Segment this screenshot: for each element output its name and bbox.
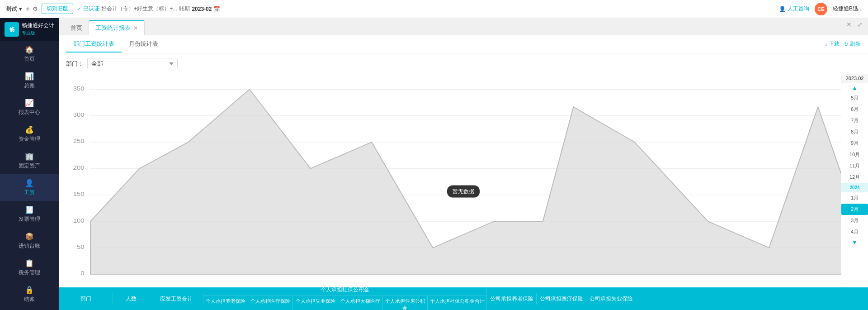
main-layout: 畅 畅捷通好会计 专业版 🏠 首页 📊 总账 📈 报表中心 💰 资金管理 xyxy=(0,18,868,310)
close-window-button[interactable]: ✕ xyxy=(844,20,854,29)
refresh-button[interactable]: ↻ 刷新 xyxy=(844,40,861,48)
avatar: CE xyxy=(815,3,827,15)
date-panel-header: 2023.02 xyxy=(841,74,868,83)
tab-home-label: 首页 xyxy=(71,24,82,32)
tax-icon: 📋 xyxy=(25,259,34,267)
col-company-medical: 公司承担医疗保险 xyxy=(537,293,586,305)
support-label: 人工咨询 xyxy=(788,5,809,13)
month-item-2024-1[interactable]: 1月 xyxy=(841,192,868,204)
svg-text:100: 100 xyxy=(73,217,85,224)
sub-tab-dept[interactable]: 部门工资统计表 xyxy=(66,36,122,52)
month-item-9[interactable]: 9月 xyxy=(841,138,868,149)
month-item-2024-4[interactable]: 4月 xyxy=(841,226,868,238)
col-group-personal: 个人承担社保公积金 个人承担养老保险 个人承担医疗保险 个人承担失业保险 个人承… xyxy=(203,284,487,310)
month-item-5[interactable]: 5月 xyxy=(841,92,868,104)
calendar-icon[interactable]: 📅 xyxy=(213,6,220,12)
month-item-12[interactable]: 12月 xyxy=(841,172,868,183)
close-books-icon: 🔒 xyxy=(25,286,34,294)
svg-text:150: 150 xyxy=(73,191,85,197)
sub-tab-actions: ↓ 下载 ↻ 刷新 xyxy=(825,40,861,48)
header-icons: + ⚙ xyxy=(26,5,38,13)
nav-label-salary: 工资 xyxy=(24,189,35,196)
support-button[interactable]: 👤 人工咨询 xyxy=(779,5,809,13)
month-item-6[interactable]: 6月 xyxy=(841,104,868,115)
settings-icon[interactable]: ⚙ xyxy=(33,5,38,12)
home-icon: 🏠 xyxy=(25,45,34,54)
nav-label-sales: 进销台账 xyxy=(19,242,40,250)
sidebar-item-funds[interactable]: 💰 资金管理 xyxy=(0,121,59,148)
department-select[interactable]: 全部 xyxy=(87,58,178,69)
assets-icon: 🏢 xyxy=(25,152,34,161)
tags-text: 好会计（专）+好生意（标）+... xyxy=(101,5,177,13)
add-icon[interactable]: + xyxy=(26,5,30,13)
sidebar-item-sales[interactable]: 📦 进销台账 xyxy=(0,228,59,254)
header-right: 👤 人工咨询 CE 轻捷通B迅... xyxy=(779,3,863,15)
reports-icon: 📈 xyxy=(25,99,34,107)
salary-chart: 350 300 250 200 150 100 50 0 xyxy=(66,78,861,287)
refresh-label: 刷新 xyxy=(850,40,861,48)
nav-label-tax: 税务管理 xyxy=(19,269,40,277)
filter-bar: 部门： 全部 xyxy=(59,53,868,74)
window-controls: ✕ ⤢ xyxy=(841,18,868,31)
sidebar-item-assets[interactable]: 🏢 固定资产 xyxy=(0,148,59,174)
sidebar-nav: 🏠 首页 📊 总账 📈 报表中心 💰 资金管理 🏢 固定资产 👤 工资 xyxy=(0,41,59,310)
content-area: 首页 工资统计报表 ✕ 部门工资统计表 月份统计表 ↓ 下载 xyxy=(59,18,868,310)
tab-salary-label: 工资统计报表 xyxy=(95,24,131,32)
tab-home[interactable]: 首页 xyxy=(64,21,89,35)
date-panel: 2023.02 ▲ 5月 6月 7月 8月 9月 10月 11月 12月 202… xyxy=(841,74,868,287)
col-personal-major-medical: 个人承担大额医疗 xyxy=(338,296,383,310)
nav-label-home: 首页 xyxy=(24,55,35,63)
company-selector[interactable]: 测试 ▾ xyxy=(5,5,22,13)
sidebar-item-tax[interactable]: 📋 税务管理 xyxy=(0,254,59,281)
invoice-icon: 🧾 xyxy=(25,205,34,214)
month-item-2024-3[interactable]: 3月 xyxy=(841,215,868,226)
tab-close-icon[interactable]: ✕ xyxy=(133,25,138,31)
nav-label-assets: 固定资产 xyxy=(19,162,40,170)
certified-text: 已认证 xyxy=(83,5,99,13)
sidebar-item-archive[interactable]: 📁 归档管理 xyxy=(0,308,59,310)
svg-text:300: 300 xyxy=(73,111,85,118)
month-item-11[interactable]: 11月 xyxy=(841,160,868,172)
month-item-2024-2[interactable]: 2月 xyxy=(841,204,868,215)
date-panel-up[interactable]: ▲ xyxy=(851,83,859,92)
sidebar-item-reports[interactable]: 📈 报表中心 xyxy=(0,94,59,121)
sidebar-item-ledger[interactable]: 📊 总账 xyxy=(0,67,59,94)
month-item-10[interactable]: 10月 xyxy=(841,149,868,160)
period-value: 2023-02 xyxy=(192,6,212,12)
sidebar-item-salary[interactable]: 👤 工资 xyxy=(0,174,59,201)
inner-content: 部门工资统计表 月份统计表 ↓ 下载 ↻ 刷新 xyxy=(59,35,868,310)
nav-label-reports: 报表中心 xyxy=(19,109,40,116)
month-item-8[interactable]: 8月 xyxy=(841,126,868,138)
month-item-7[interactable]: 7月 xyxy=(841,115,868,126)
sidebar-item-home[interactable]: 🏠 首页 xyxy=(0,41,59,67)
tab-salary-report[interactable]: 工资统计报表 ✕ xyxy=(89,20,145,35)
certified-icon: ✓ xyxy=(77,6,81,12)
maximize-window-button[interactable]: ⤢ xyxy=(855,20,864,29)
header-tags: ✓ 已认证 好会计（专）+好生意（标）+... 账期 2023-02 📅 xyxy=(77,5,220,13)
sub-tab-monthly[interactable]: 月份统计表 xyxy=(122,36,165,52)
download-icon: ↓ xyxy=(825,41,827,48)
svg-text:350: 350 xyxy=(73,85,85,91)
logo-icon: 畅 xyxy=(5,22,19,37)
support-icon: 👤 xyxy=(779,6,786,12)
date-panel-down[interactable]: ▼ xyxy=(851,238,859,247)
sidebar-item-invoice[interactable]: 🧾 发票管理 xyxy=(0,201,59,228)
user-name[interactable]: 轻捷通B迅... xyxy=(833,5,863,13)
sidebar-item-close[interactable]: 🔒 结账 xyxy=(0,281,59,308)
header-left: 测试 ▾ + ⚙ 切到旧版 ✓ 已认证 好会计（专）+好生意（标）+... 账期… xyxy=(5,4,779,14)
col-company-medical-label: 公司承担医疗保险 xyxy=(540,295,583,303)
download-button[interactable]: ↓ 下载 xyxy=(825,40,840,48)
col-personal-total: 个人承担社保公积金合计 xyxy=(428,296,486,310)
tab-bar: 首页 工资统计报表 ✕ xyxy=(59,18,868,35)
sub-tabs: 部门工资统计表 月份统计表 ↓ 下载 ↻ 刷新 xyxy=(59,35,868,53)
top-header: 测试 ▾ + ⚙ 切到旧版 ✓ 已认证 好会计（专）+好生意（标）+... 账期… xyxy=(0,0,868,18)
col-personal-pension: 个人承担养老保险 xyxy=(203,296,248,310)
col-company-unemployment: 公司承担失业保险 xyxy=(586,293,636,305)
logo-text: 畅捷通好会计 专业版 xyxy=(22,22,54,36)
col-dept-label: 部门 xyxy=(80,295,91,303)
col-personal-housing: 个人承担住房公积金 xyxy=(383,296,428,310)
col-personal-unemployment: 个人承担失业保险 xyxy=(293,296,338,310)
chart-area: 350 300 250 200 150 100 50 0 xyxy=(59,74,868,287)
switch-button[interactable]: 切到旧版 xyxy=(42,4,73,14)
funds-icon: 💰 xyxy=(25,125,34,134)
